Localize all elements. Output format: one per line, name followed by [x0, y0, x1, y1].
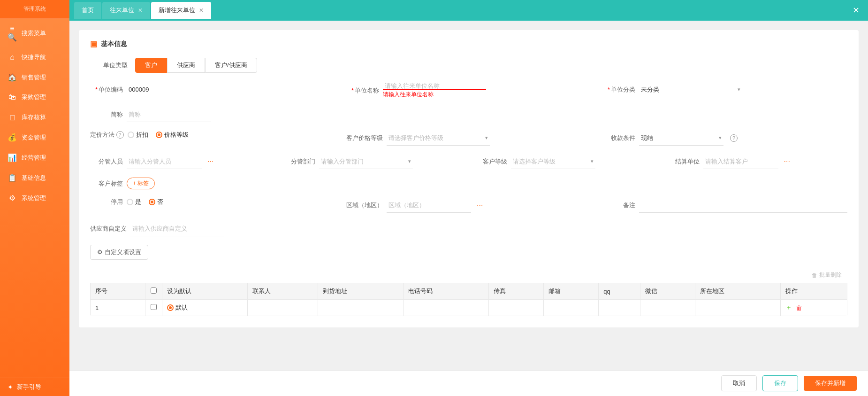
add-row-button[interactable]: ＋: [785, 303, 792, 312]
unit-type-row: 单位类型 客户 供应商 客户/供应商: [90, 58, 847, 73]
cancel-button[interactable]: 取消: [721, 375, 757, 391]
settlement-unit-input[interactable]: [703, 154, 778, 169]
pricing-method-label: 定价方法 ?: [90, 131, 124, 139]
trash-icon: 🗑: [812, 272, 817, 279]
sidebar-item-search[interactable]: ≡🔍 搜索菜单: [0, 19, 69, 47]
sidebar-item-label: 快捷导航: [22, 53, 46, 62]
batch-delete-button[interactable]: 🗑 批量删除: [812, 271, 842, 279]
col-address: 到货地址: [318, 283, 403, 300]
sidebar-bottom: ✦ 新手引导: [0, 378, 69, 396]
unit-name-input[interactable]: [383, 82, 486, 90]
radio-no[interactable]: 否: [149, 198, 163, 206]
short-name-input[interactable]: [127, 107, 211, 122]
sidebar-item-finance[interactable]: 💰 资金管理: [0, 127, 69, 148]
short-name-label: 简称: [90, 110, 123, 119]
save-button[interactable]: 保存: [762, 375, 798, 391]
payment-terms-select[interactable]: 现结 ▾: [639, 131, 723, 146]
sidebar-item-label: 资金管理: [22, 133, 46, 142]
delete-row-button[interactable]: 🗑: [796, 304, 802, 311]
field-manager: 分管人员 ···: [90, 154, 271, 169]
radio-yes[interactable]: 是: [127, 198, 141, 206]
region-label: 区域（地区）: [346, 201, 383, 210]
type-btn-customer[interactable]: 客户: [135, 58, 167, 73]
radio-default-circle: [167, 304, 174, 311]
sidebar-item-guide[interactable]: ✦ 新手引导: [0, 378, 69, 396]
row-checkbox[interactable]: [151, 304, 157, 310]
col-check: [145, 283, 162, 300]
manager-input[interactable]: [127, 154, 202, 169]
add-tag-button[interactable]: + 标签: [127, 178, 155, 189]
customer-level-placeholder: 请选择客户等级: [513, 157, 589, 166]
gear-icon: ⚙: [8, 194, 17, 202]
sidebar-item-purchase[interactable]: 🛍 采购管理: [0, 87, 69, 107]
col-qq: qq: [599, 283, 640, 300]
form-row-5: 客户标签 + 标签: [90, 178, 847, 189]
lightning-icon: ⌂: [8, 53, 17, 62]
customer-price-level-select[interactable]: 请选择客户价格等级 ▾: [387, 131, 490, 146]
supplier-custom-input[interactable]: [130, 221, 224, 236]
customer-level-label: 客户等级: [474, 157, 507, 166]
type-btn-both[interactable]: 客户/供应商: [205, 58, 257, 73]
settlement-unit-more-button[interactable]: ···: [782, 157, 792, 166]
tab-home-label: 首页: [82, 6, 94, 15]
radio-default[interactable]: 默认: [167, 303, 243, 312]
unit-category-value: 未分类: [641, 85, 736, 94]
unit-code-label: *单位编码: [90, 85, 123, 94]
cell-address: [318, 300, 403, 316]
customer-level-select[interactable]: 请选择客户等级 ▾: [511, 154, 595, 169]
sidebar-item-system[interactable]: ⚙ 系统管理: [0, 188, 69, 208]
col-wechat: 微信: [640, 283, 695, 300]
save-new-button[interactable]: 保存并新增: [804, 376, 857, 391]
sidebar-item-label: 经营管理: [22, 154, 46, 162]
unit-code-input[interactable]: [127, 82, 211, 97]
col-contact: 联系人: [248, 283, 318, 300]
tab-bar: 首页 往来单位 ✕ 新增往来单位 ✕ ✕: [69, 0, 868, 21]
region-more-button[interactable]: ···: [475, 201, 485, 210]
field-unit-code: *单位编码: [90, 82, 335, 97]
field-region: 区域（地区） ···: [346, 198, 591, 213]
region-input[interactable]: [387, 198, 471, 213]
action-cell: ＋ 🗑: [785, 303, 842, 312]
payment-terms-help-icon[interactable]: ?: [730, 134, 738, 142]
info-icon: ▣: [90, 39, 97, 48]
sidebar-item-label: 基础信息: [22, 174, 46, 182]
main-area: 首页 往来单位 ✕ 新增往来单位 ✕ ✕ ▣ 基本信息 单位类型 客户 供应商 …: [69, 0, 868, 396]
page-content: ▣ 基本信息 单位类型 客户 供应商 客户/供应商 *单位编码: [69, 21, 868, 370]
tab-new-partner-close[interactable]: ✕: [199, 7, 204, 14]
type-btn-supplier[interactable]: 供应商: [167, 58, 205, 73]
tab-partners-close[interactable]: ✕: [138, 7, 143, 14]
window-close-button[interactable]: ✕: [849, 5, 863, 16]
tab-new-partner[interactable]: 新增往来单位 ✕: [151, 2, 211, 19]
field-customer-tag: 客户标签 + 标签: [90, 178, 847, 189]
payment-terms-value: 现结: [641, 134, 717, 142]
sidebar-item-basic-info[interactable]: 📋 基础信息: [0, 168, 69, 188]
chevron-down-icon: ▾: [719, 135, 722, 141]
manager-more-button[interactable]: ···: [206, 157, 215, 166]
cell-qq: [599, 300, 640, 316]
sidebar-item-inventory[interactable]: ◻ 库存核算: [0, 107, 69, 127]
field-department: 分管部门 请输入分管部门 ▾: [282, 154, 464, 169]
tab-new-partner-label: 新增往来单位: [159, 6, 195, 15]
col-email: 邮箱: [544, 283, 599, 300]
col-fax: 传真: [488, 283, 543, 300]
sidebar-item-sales[interactable]: 🏠 销售管理: [0, 67, 69, 87]
col-default: 设为默认: [162, 283, 248, 300]
unit-category-select[interactable]: 未分类 ▾: [639, 82, 742, 97]
select-all-checkbox[interactable]: [151, 287, 157, 294]
contact-table-section: 🗑 批量删除 序号 设为默认 联系人 到货地址: [90, 267, 847, 316]
department-select[interactable]: 请输入分管部门 ▾: [319, 154, 413, 169]
field-remark: 备注: [602, 198, 847, 213]
radio-price-level[interactable]: 价格等级: [156, 131, 189, 139]
remark-input[interactable]: [639, 198, 847, 213]
sidebar-item-quick-nav[interactable]: ⌂ 快捷导航: [0, 47, 69, 67]
supplier-custom-label: 供应商自定义: [90, 225, 127, 233]
custom-settings-button[interactable]: ⚙ 自定义项设置: [90, 245, 148, 260]
tab-home[interactable]: 首页: [74, 2, 101, 19]
field-customer-level: 客户等级 请选择客户等级 ▾: [474, 154, 655, 169]
field-customer-price-level: 客户价格等级 请选择客户价格等级 ▾: [346, 131, 591, 146]
tab-partners[interactable]: 往来单位 ✕: [102, 2, 150, 19]
sidebar-item-operation[interactable]: 📊 经营管理: [0, 148, 69, 168]
radio-discount[interactable]: 折扣: [128, 131, 148, 139]
pricing-method-help-icon[interactable]: ?: [116, 131, 124, 139]
payment-terms-label: 收款条件: [602, 134, 635, 142]
